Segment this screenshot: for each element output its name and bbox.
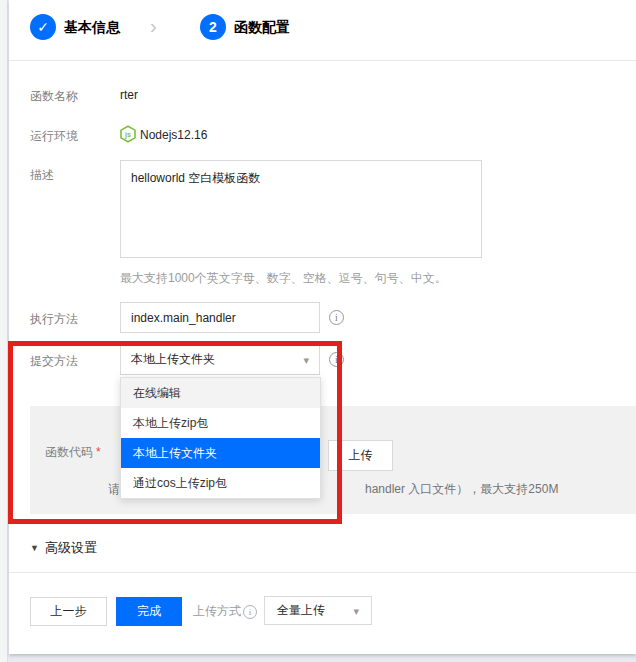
upload-mode-select[interactable]: 全量上传 ▾ bbox=[264, 596, 372, 625]
svg-text:js: js bbox=[124, 131, 131, 139]
submit-method-label: 提交方法 bbox=[30, 353, 78, 370]
triangle-down-icon: ▼ bbox=[30, 543, 39, 553]
advanced-settings-label: 高级设置 bbox=[45, 539, 97, 557]
upload-mode-info-icon[interactable]: i bbox=[243, 605, 257, 619]
caret-down-icon: ▾ bbox=[303, 354, 309, 365]
upload-mode-label: 上传方式 i bbox=[193, 603, 257, 620]
step2-circle: 2 bbox=[200, 14, 226, 40]
submit-method-info-icon[interactable]: i bbox=[329, 352, 344, 367]
step2-label: 函数配置 bbox=[234, 19, 290, 37]
submit-method-select[interactable]: 本地上传文件夹 ▾ bbox=[120, 344, 320, 375]
name-label: 函数名称 bbox=[30, 88, 78, 105]
nodejs-icon: js bbox=[119, 125, 137, 143]
check-icon: ✓ bbox=[37, 19, 49, 35]
finish-button[interactable]: 完成 bbox=[116, 597, 182, 626]
handler-info-icon[interactable]: i bbox=[329, 310, 344, 325]
dropdown-option-cos-zip[interactable]: 通过cos上传zip包 bbox=[121, 468, 320, 498]
runtime-value: Nodejs12.16 bbox=[140, 128, 207, 142]
step1-circle: ✓ bbox=[30, 14, 56, 40]
submit-method-value: 本地上传文件夹 bbox=[131, 351, 215, 368]
dropdown-option-upload-folder[interactable]: 本地上传文件夹 bbox=[121, 438, 320, 468]
dropdown-option-online-edit[interactable]: 在线编辑 bbox=[121, 378, 320, 408]
header-divider bbox=[9, 60, 636, 61]
upload-mode-value: 全量上传 bbox=[277, 602, 325, 619]
submit-method-dropdown: 在线编辑 本地上传zip包 本地上传文件夹 通过cos上传zip包 bbox=[120, 377, 321, 499]
description-hint: 最大支持1000个英文字母、数字、空格、逗号、句号、中文。 bbox=[120, 270, 447, 287]
function-config-screen: ✓ 基本信息 › 2 函数配置 函数名称 rter 运行环境 js Nodejs… bbox=[0, 0, 636, 662]
upload-button[interactable]: 上传 bbox=[328, 440, 393, 471]
page-left-gutter bbox=[0, 0, 8, 662]
caret-down-icon: ▾ bbox=[353, 605, 359, 616]
step2-number: 2 bbox=[209, 19, 217, 35]
chevron-right-icon: › bbox=[150, 16, 157, 36]
code-label: 函数代码* bbox=[45, 444, 101, 461]
previous-step-button[interactable]: 上一步 bbox=[30, 597, 107, 626]
handler-input[interactable] bbox=[120, 302, 320, 333]
description-label: 描述 bbox=[30, 167, 54, 184]
code-hint-clipped-fragment: 请 bbox=[108, 481, 119, 498]
step1-label: 基本信息 bbox=[64, 19, 120, 37]
footer-divider bbox=[9, 572, 636, 573]
dropdown-option-upload-zip[interactable]: 本地上传zip包 bbox=[121, 408, 320, 438]
required-asterisk: * bbox=[96, 445, 101, 459]
name-value: rter bbox=[120, 88, 138, 102]
function-config-card: ✓ 基本信息 › 2 函数配置 函数名称 rter 运行环境 js Nodejs… bbox=[9, 0, 636, 654]
handler-label: 执行方法 bbox=[30, 311, 78, 328]
runtime-label: 运行环境 bbox=[30, 128, 78, 145]
advanced-settings-toggle[interactable]: ▼ 高级设置 bbox=[30, 539, 97, 557]
description-textarea[interactable]: helloworld 空白模板函数 bbox=[120, 160, 482, 258]
code-hint: handler 入口文件），最大支持250M bbox=[365, 481, 558, 498]
